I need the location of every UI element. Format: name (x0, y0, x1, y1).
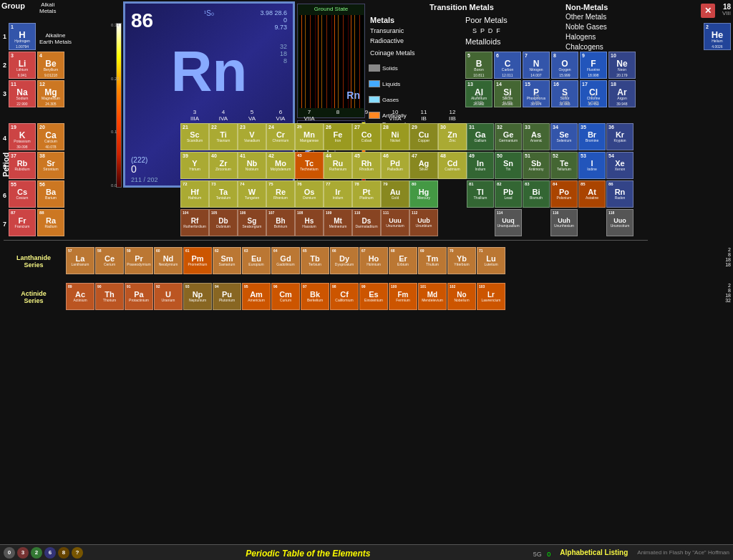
element-Au[interactable]: 79AuGold (381, 180, 409, 208)
element-Pm[interactable]: 61PmPromethium (183, 247, 212, 274)
close-button[interactable]: ✕ (701, 4, 715, 18)
element-Rh[interactable]: 45RhRhodium (352, 152, 381, 179)
element-W[interactable]: 74WTungsten (238, 180, 266, 208)
element-Y[interactable]: 39YYttrium (180, 152, 209, 179)
element-Yb[interactable]: 70YbYtterbium (447, 247, 476, 274)
element-Ni[interactable]: 28NiNickel (381, 123, 409, 150)
element-Mo[interactable]: 42MoMolybdenum (266, 152, 295, 179)
element-Uub[interactable]: 112UubUnunbium (409, 209, 438, 236)
element-Kr[interactable]: 36KrKrypton (606, 123, 634, 150)
element-Ru[interactable]: 44RuRuthenium (324, 152, 352, 179)
element-Ta[interactable]: 73TaTantalum (209, 180, 238, 208)
nav-circle-6[interactable]: 6 (44, 547, 56, 559)
element-Pu[interactable]: 94PuPlutonium (213, 283, 241, 310)
element-Re[interactable]: 75ReRhenium (266, 180, 295, 208)
element-Co[interactable]: 27CoCobalt (352, 123, 381, 150)
element-Sn[interactable]: 50SnTin (495, 152, 522, 179)
element-Te[interactable]: 52TeTellurium (550, 152, 578, 179)
element-Sb[interactable]: 51SbAntimony (523, 152, 550, 179)
element-Cm[interactable]: 96CmCurium (271, 283, 300, 310)
element-Eu[interactable]: 63EuEuropium (242, 247, 271, 274)
element-Sm[interactable]: 62SmSamarium (213, 247, 241, 274)
element-Mt[interactable]: 109MtMeitnerium (324, 209, 352, 236)
element-Pb[interactable]: 82PbLead (495, 180, 522, 208)
element-Hf[interactable]: 72HfHafnium (180, 180, 209, 208)
element-Ge[interactable]: 32GeGermanium (495, 123, 522, 150)
nav-circle-0[interactable]: 0 (4, 547, 15, 559)
element-Ga[interactable]: 31GaGallium (467, 123, 494, 150)
element-Ir[interactable]: 77IrIridium (324, 180, 352, 208)
nav-circle-3[interactable]: 3 (17, 547, 29, 559)
element-Uuu[interactable]: 111UuuUnununium (381, 209, 409, 236)
element-Ti[interactable]: 22TiTitanium (209, 123, 238, 150)
element-Ba[interactable]: 56BaBarium (37, 180, 64, 208)
element-C[interactable]: 6CCarbon12.011 (494, 52, 521, 79)
element-Ac[interactable]: 89AcActinium (66, 283, 94, 310)
element-Gd[interactable]: 64GdGadolinium (271, 247, 300, 274)
element-Er[interactable]: 68ErErbium (389, 247, 417, 274)
element-Pa[interactable]: 91PaProtactinium (125, 283, 153, 310)
element-Os[interactable]: 76OsOsmium (295, 180, 324, 208)
element-Br[interactable]: 35BrBromine (578, 123, 606, 150)
element-Na[interactable]: 11NaSodium22.990 (9, 80, 36, 107)
element-Np[interactable]: 93NpNeptunium (183, 283, 212, 310)
element-Tl[interactable]: 81TlThallium (467, 180, 494, 208)
element-Ds[interactable]: 110DsDarmstadtium (352, 209, 381, 236)
element-Mn[interactable]: 25MnManganese (295, 123, 324, 150)
element-In[interactable]: 49InIndium (467, 152, 494, 179)
element-Pd[interactable]: 46PdPalladium (381, 152, 409, 179)
element-Mg[interactable]: 12MgMagnesium24.305 (37, 80, 64, 107)
element-Be[interactable]: 4BeBeryllium9.01218 (37, 52, 64, 79)
element-Ar[interactable]: 18ArArgon39.948 (608, 80, 636, 107)
element-Ag[interactable]: 47AgSilver (409, 152, 438, 179)
element-Hs[interactable]: 108HsHassium (295, 209, 324, 236)
element-Pr[interactable]: 59PrPraseodymium (125, 247, 153, 274)
element-Lu[interactable]: 71LuLutetium (477, 247, 505, 274)
element-Sr[interactable]: 38SrStrontium (37, 152, 64, 179)
element-Po[interactable]: 84PoPolonium (550, 180, 578, 208)
element-Zn[interactable]: 30ZnZinc (438, 123, 467, 150)
element-Cf[interactable]: 98CfCalifornium (330, 283, 359, 310)
element-Nd[interactable]: 60NdNeodymium (154, 247, 183, 274)
element-H[interactable]: 1HHydrogen1.00794 (9, 23, 36, 50)
element-Se[interactable]: 34SeSelenium (550, 123, 578, 150)
element-Bh[interactable]: 107BhBohrium (266, 209, 295, 236)
element-Hg[interactable]: 80HgMercury (409, 180, 438, 208)
alphabetical-link[interactable]: Alphabetical Listing (560, 549, 628, 556)
element-F[interactable]: 9FFluorine18.998 (580, 52, 607, 79)
element-Es[interactable]: 99EsEinsteinium (359, 283, 388, 310)
element-As[interactable]: 33AsArsenic (523, 123, 550, 150)
element-Cu[interactable]: 29CuCopper (409, 123, 438, 150)
element-Bk[interactable]: 97BkBerkelium (301, 283, 329, 310)
element-Tc[interactable]: 43TcTechnetium (295, 152, 324, 179)
element-B[interactable]: 5BBoron10.811 (465, 52, 492, 79)
element-Rn[interactable]: 86RnRadon (606, 180, 634, 208)
element-Li[interactable]: 3LiLithium6.941 (9, 52, 36, 79)
element-No[interactable]: 102NoNobelium (447, 283, 476, 310)
element-Fm[interactable]: 100FmFermium (389, 283, 417, 310)
element-N[interactable]: 7NNitrogen14.007 (523, 52, 550, 79)
element-Sc[interactable]: 21ScScandium (180, 123, 209, 150)
element-Dy[interactable]: 66DyDysprosium (330, 247, 359, 274)
element-Cs[interactable]: 55CsCesium (9, 180, 36, 208)
element-Tm[interactable]: 69TmThulium (418, 247, 447, 274)
nav-circle-8[interactable]: 8 (58, 547, 69, 559)
element-Ca[interactable]: 20CaCalcium40.078 (37, 123, 64, 150)
element-Lr[interactable]: 103LrLawrencium (477, 283, 505, 310)
element-Cr[interactable]: 24CrChromium (266, 123, 295, 150)
nav-circle-q[interactable]: ? (72, 547, 83, 559)
element-Tb[interactable]: 65TbTerbium (301, 247, 329, 274)
element-Uuh[interactable]: 116UuhUnunhexium (550, 209, 578, 236)
element-Uuo[interactable]: 118UuoUnunoctium (606, 209, 634, 236)
element-I[interactable]: 53IIodine (578, 152, 606, 179)
element-Th[interactable]: 90ThThorium (95, 283, 124, 310)
element-Ra[interactable]: 88RaRadium (37, 209, 64, 236)
element-Ne[interactable]: 10NeNeon20.179 (608, 52, 636, 79)
element-K[interactable]: 19KPotassium39.098 (9, 123, 36, 150)
element-Fr[interactable]: 87FrFrancium (9, 209, 36, 236)
element-O[interactable]: 8OOxygen15.999 (551, 52, 578, 79)
element-Am[interactable]: 95AmAmericium (242, 283, 271, 310)
element-Fe[interactable]: 26FeIron (324, 123, 352, 150)
element-Sg[interactable]: 106SgSeaborgium (238, 209, 266, 236)
element-V[interactable]: 23VVanadium (238, 123, 266, 150)
